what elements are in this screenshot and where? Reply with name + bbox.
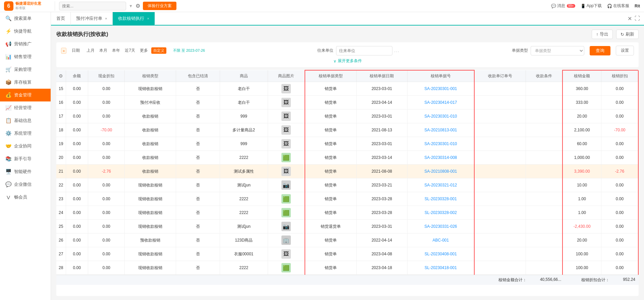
cell-cancel-bill-date: 2023-03-01 (356, 82, 408, 96)
unit-filter-input[interactable] (336, 46, 392, 55)
online-service-button[interactable]: 🎧 在线客服 (607, 3, 629, 9)
table-body: 15 0.00 0.00 现销收款核销 否 老白干 🖼 销货单 2023-03-… (56, 82, 638, 275)
close-window-icon[interactable]: ✕ (628, 15, 632, 22)
cell-goods: 衣服00001 (220, 247, 268, 261)
sidebar-item-畅会员[interactable]: V畅会员 (0, 191, 51, 204)
cell-included-settled: 否 (176, 192, 220, 206)
user-menu[interactable]: Rit (635, 4, 640, 8)
cancel-bill-no-link[interactable]: SA-20230301-010 (424, 114, 457, 119)
query-button[interactable]: 查询 (590, 46, 610, 55)
trial-button[interactable]: 体验行业方案 (143, 2, 176, 10)
sidebar-item-快捷导航[interactable]: ⚡快捷导航 (0, 25, 51, 38)
export-icon: ↑ (596, 32, 598, 37)
tab-close-icon[interactable]: × (147, 16, 149, 20)
sidebar-item-采购管理[interactable]: 🛒采购管理 (0, 63, 51, 76)
cell-cash-discount: 0.00 (88, 261, 124, 275)
sidebar-item-基础信息[interactable]: 📋基础信息 (0, 114, 51, 127)
logo-area: 6 畅捷通谊好生意 标准版 (4, 1, 55, 11)
cancel-bill-no-link[interactable]: SA-20210813-001 (424, 128, 457, 132)
tab-bar: 首页预付冲应付单×收款核销执行× ✕ ⛶ (51, 12, 644, 26)
sidebar-item-经营管理[interactable]: 📈经营管理 (0, 101, 51, 114)
cell-cancel-bill-type: 销货单 (305, 96, 356, 110)
cancel-bill-no-link[interactable]: SL-20230418-001 (425, 265, 457, 270)
cell-goods: 2222 (220, 192, 268, 206)
tab-收款核销执行[interactable]: 收款核销执行× (113, 12, 155, 25)
export-button[interactable]: ↑ 导出 (592, 30, 613, 39)
tab-close-icon[interactable]: × (105, 16, 107, 20)
cell-cancel-bill-date: 2023-03-28 (356, 192, 408, 206)
cell-goods: 老白干 (220, 82, 268, 96)
sidebar-item-销售管理[interactable]: 📊销售管理 (0, 50, 51, 63)
search-input[interactable] (59, 2, 126, 10)
sidebar-item-企业协同[interactable]: 🤝企业协同 (0, 140, 51, 153)
cell-cancel-bill-type: 销货单 (305, 137, 356, 151)
this-year-btn[interactable]: 本年 (111, 47, 121, 54)
cancel-bill-no-link[interactable]: SA-20230414-017 (424, 100, 457, 105)
cell-cancel-bill-no: SA-20230331-026 (408, 220, 474, 233)
cancel-bill-no-link[interactable]: SA-20230331-026 (424, 224, 457, 229)
sidebar-item-资金管理[interactable]: 💰资金管理 (0, 89, 51, 101)
tab-预付冲应付单[interactable]: 预付冲应付单× (71, 12, 113, 25)
column-settings-icon[interactable]: ⚙ (59, 73, 63, 79)
sidebar-icon: 📈 (5, 105, 11, 111)
table-row: 17 0.00 0.00 收款核销 否 999 🖼 销货单 2023-03-01… (56, 110, 638, 123)
cell-cancel-bill-type: 销货退货单 (305, 220, 356, 233)
cancel-bill-no-link[interactable]: SA-20230314-008 (424, 155, 457, 160)
cancel-discount-total-label: 核销折扣合计： (581, 277, 609, 283)
sidebar-item-新手引导[interactable]: 📚新手引导 (0, 153, 51, 165)
sidebar-item-库存核算[interactable]: 📦库存核算 (0, 76, 51, 89)
last-7days-btn[interactable]: 近7天 (123, 47, 137, 54)
product-image: 🟩 (281, 194, 291, 204)
cancel-bill-no-link[interactable]: SL-20230408-001 (425, 252, 457, 256)
cancel-bill-no-link[interactable]: SA-20230301-010 (424, 141, 457, 146)
sidebar-icon: 💰 (5, 92, 11, 98)
cell-id: 27 (56, 247, 66, 261)
cancel-bill-no-link[interactable]: SA-20210808-001 (424, 169, 457, 174)
expand-more-btn[interactable]: ∨ 展开更多条件 (333, 58, 362, 64)
cell-balance: 0.00 (66, 110, 88, 123)
cell-cancel-bill-no: SL-20230328-002 (408, 206, 474, 220)
cell-goods: 测试jun (220, 178, 268, 192)
cell-balance: 0.00 (66, 123, 88, 137)
cell-cash-discount: -2.76 (88, 165, 124, 178)
cancel-bill-no-link[interactable]: SA-20230321-012 (424, 183, 457, 187)
sidebar-item-营销推广[interactable]: 📢营销推广 (0, 38, 51, 50)
sidebar-label: 基础信息 (14, 118, 32, 124)
page-title: 收款核销执行(按收款) (56, 31, 108, 38)
sidebar-item-搜索菜单[interactable]: 🔍搜索菜单 (0, 12, 51, 25)
table-row: 20 0.00 0.00 收款核销 否 2222 🟩 销货单 2023-03-1… (56, 151, 638, 165)
cancel-bill-no-link[interactable]: SA-20230301-001 (424, 86, 457, 91)
cell-goods-image: 🟩 (268, 151, 305, 165)
th-cancel-bill-type: 核销单据类型 (305, 70, 356, 82)
tab-bar-actions: ✕ ⛶ (628, 15, 644, 22)
table-header: ⚙ 余额 现金折扣 核销类型 包含已结清 商品 商品图片 核销单据类型 核销单据… (56, 70, 638, 82)
more-dates-btn[interactable]: 更多 (139, 47, 149, 54)
table-row: 24 0.00 0.00 现销收款核销 否 2222 🟩 销货单 2023-03… (56, 206, 638, 220)
bill-type-select[interactable]: 单据类型 (531, 46, 584, 55)
sidebar-item-企业微信[interactable]: 💬企业微信 (0, 178, 51, 191)
cell-cancel-type: 收款核销 (125, 123, 176, 137)
expand-window-icon[interactable]: ⛶ (635, 15, 640, 22)
sidebar-item-系统管理[interactable]: ⚙️系统管理 (0, 127, 51, 140)
this-month-btn[interactable]: 本月 (98, 47, 109, 54)
custom-date-btn[interactable]: 自定义 (151, 47, 166, 54)
sidebar-item-智能硬件[interactable]: 🖥️智能硬件 (0, 165, 51, 178)
cancel-bill-no-link[interactable]: SL-20230328-001 (425, 197, 457, 201)
sidebar-label: 搜索菜单 (14, 15, 32, 22)
last-month-btn[interactable]: 上月 (85, 47, 96, 54)
product-image: 🏢 (281, 235, 291, 245)
product-image: 📷 (281, 222, 291, 231)
settings-icon[interactable]: ⚙ (136, 3, 140, 9)
product-image: 🖼 (281, 249, 291, 259)
refresh-button[interactable]: ↻ 刷新 (616, 30, 639, 39)
cell-cancel-amount: 10.00 (562, 178, 601, 192)
setting-button[interactable]: 设置 (616, 46, 634, 55)
cancel-bill-no-link[interactable]: SL-20230328-002 (425, 210, 457, 215)
sidebar-label: 经营管理 (14, 105, 32, 111)
cell-id: 22 (56, 178, 66, 192)
expand-filter-button[interactable]: » (61, 48, 66, 54)
tab-首页[interactable]: 首页 (51, 12, 71, 25)
cancel-bill-no-link[interactable]: ABC-001 (432, 238, 449, 243)
messages-button[interactable]: 💬 消息 99+ (551, 3, 575, 9)
app-download-button[interactable]: 📱 App下载 (581, 3, 602, 9)
